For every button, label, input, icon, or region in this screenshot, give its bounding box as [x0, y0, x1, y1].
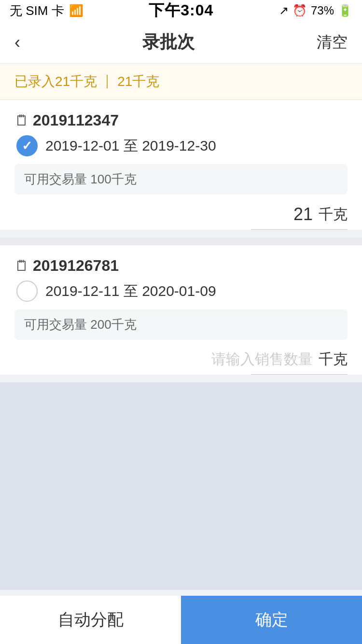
- content-area: 🗒 2019112347 ✓ 2019-12-01 至 2019-12-30 可…: [0, 100, 362, 638]
- batch2-doc-icon: 🗒: [14, 258, 29, 274]
- auto-distribute-button[interactable]: 自动分配: [0, 596, 181, 644]
- status-left: 无 SIM 卡 📶: [10, 2, 84, 19]
- page-title: 录批次: [142, 30, 195, 54]
- bottom-bar: 自动分配 确定: [0, 596, 362, 644]
- batch1-unit: 千克: [319, 205, 348, 224]
- confirm-button[interactable]: 确定: [181, 596, 362, 644]
- batch1-doc-icon: 🗒: [14, 112, 29, 129]
- back-button[interactable]: ‹: [14, 32, 20, 53]
- batch-item-1: 🗒 2019112347 ✓ 2019-12-01 至 2019-12-30 可…: [0, 100, 362, 230]
- batch2-quantity-row: 请输入销售数量 千克: [0, 340, 362, 374]
- batch1-available: 可用交易量 100千克: [14, 164, 348, 195]
- batch1-quantity-row: 千克: [0, 195, 362, 229]
- batch1-date-row[interactable]: ✓ 2019-12-01 至 2019-12-30: [14, 135, 348, 156]
- nav-bar: ‹ 录批次 清空: [0, 21, 362, 64]
- info-banner: 已录入21千克 21千克: [0, 64, 362, 100]
- batch2-unit: 千克: [319, 350, 348, 369]
- batch1-radio[interactable]: ✓: [16, 135, 38, 156]
- batch2-id-row: 🗒 2019126781: [14, 257, 348, 275]
- wifi-icon: 📶: [69, 4, 84, 17]
- batch2-available: 可用交易量 200千克: [14, 309, 348, 340]
- empty-area: [0, 382, 362, 590]
- batch2-quantity-placeholder: 请输入销售数量: [211, 350, 313, 369]
- status-time: 下午3:04: [149, 0, 213, 21]
- batch2-date: 2019-12-11 至 2020-01-09: [45, 281, 216, 301]
- batch-item-2: 🗒 2019126781 2019-12-11 至 2020-01-09 可用交…: [0, 245, 362, 375]
- batch1-date: 2019-12-01 至 2019-12-30: [45, 136, 216, 156]
- location-icon: ↗: [279, 4, 289, 17]
- batch2-id: 2019126781: [33, 257, 119, 275]
- batch2-date-row[interactable]: 2019-12-11 至 2020-01-09: [14, 280, 348, 302]
- batch2-radio[interactable]: [16, 280, 38, 302]
- status-bar: 无 SIM 卡 📶 下午3:04 ↗ ⏰ 73% 🔋: [0, 0, 362, 21]
- battery-icon: 🔋: [338, 4, 352, 17]
- check-icon: ✓: [22, 139, 32, 154]
- status-right: ↗ ⏰ 73% 🔋: [279, 4, 352, 17]
- batch1-id: 2019112347: [33, 112, 119, 129]
- batch2-underline: [251, 374, 348, 375]
- alarm-icon: ⏰: [292, 4, 307, 17]
- battery-level: 73%: [311, 4, 334, 17]
- section-separator: [0, 238, 362, 245]
- recorded-value: 21千克: [117, 72, 159, 91]
- recorded-label: 已录入21千克: [14, 72, 97, 91]
- batch1-quantity-input[interactable]: [255, 204, 313, 224]
- batch1-underline: [251, 229, 348, 230]
- clear-button[interactable]: 清空: [317, 32, 348, 53]
- sim-label: 无 SIM 卡: [10, 2, 64, 19]
- banner-divider: [107, 75, 108, 88]
- batch1-id-row: 🗒 2019112347: [14, 112, 348, 129]
